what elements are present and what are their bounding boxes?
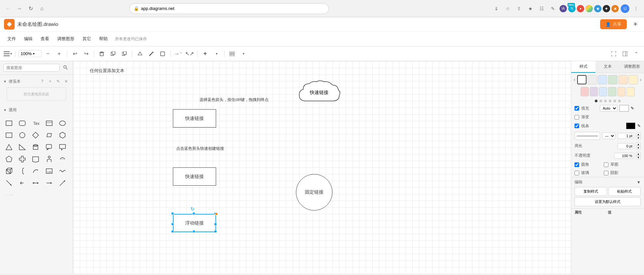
shape-callout[interactable]	[44, 141, 55, 153]
shape-wavy[interactable]	[57, 165, 68, 177]
opacity-down-btn[interactable]: ▼	[636, 156, 641, 159]
shape-arrow-up-right[interactable]	[57, 177, 68, 189]
share-button[interactable]: 👤 共享	[600, 19, 627, 29]
table-dropdown-btn[interactable]: ▾	[238, 49, 248, 59]
fullscreen-btn[interactable]	[609, 49, 619, 59]
node-cloud[interactable]: 快速链接	[296, 78, 342, 108]
handle-tm[interactable]	[193, 212, 195, 215]
ext-color-icon[interactable]	[585, 5, 593, 12]
shape-heading[interactable]	[44, 118, 55, 129]
gradient-checkbox[interactable]	[575, 115, 579, 120]
insert-dropdown-btn[interactable]: ▾	[211, 49, 221, 59]
shape-diag-arrow[interactable]	[3, 177, 15, 189]
shape-cylinder[interactable]	[30, 141, 41, 153]
fill-checkbox[interactable]	[575, 106, 579, 111]
fill-edit-btn[interactable]: ✎	[631, 106, 634, 111]
canvas-content[interactable]: 任何位置添加文本 选择蓝色箭头，按住ctrl键，拖拽到终点 点击蓝色剪头快速创建…	[73, 61, 571, 274]
undo-btn[interactable]: ↩	[70, 49, 80, 59]
opacity-input[interactable]: 100 %	[614, 153, 634, 159]
pen-icon[interactable]: ✎	[548, 4, 558, 13]
perimeter-down-btn[interactable]: ▼	[636, 146, 641, 149]
tab-arrange[interactable]: 调整图形	[620, 61, 644, 73]
stroke-color-btn[interactable]	[146, 49, 156, 59]
node-quick-link-1[interactable]: 快速链接	[173, 109, 216, 128]
handle-bl[interactable]	[171, 230, 174, 233]
handle-br[interactable]	[214, 230, 217, 233]
swatch-orange2[interactable]	[617, 87, 626, 96]
shape-style-btn[interactable]	[158, 49, 168, 59]
shape-rect2[interactable]	[3, 130, 15, 141]
perimeter-stepper[interactable]: ▲ ▼	[636, 142, 641, 149]
star-icon[interactable]: ★	[526, 4, 535, 13]
shape-list-item[interactable]: List	[44, 165, 55, 177]
ext-puzzle-icon[interactable]: ✦	[603, 5, 610, 12]
dot-6[interactable]	[618, 100, 621, 102]
delete-btn[interactable]	[97, 49, 107, 59]
scratchpad-close-btn[interactable]: ✕	[63, 78, 69, 85]
menu-edit[interactable]: 编辑	[21, 35, 36, 43]
shape-cube[interactable]	[3, 165, 15, 177]
stroke-checkbox[interactable]	[575, 124, 579, 128]
paste-style-btn[interactable]: 粘贴样式	[608, 187, 641, 196]
address-bar[interactable]: 🔒 app.diagrams.net	[129, 3, 329, 14]
bookmark-icon[interactable]: ☆	[503, 4, 512, 13]
swatch-white[interactable]	[577, 75, 586, 84]
shape-arrow-right[interactable]	[44, 177, 55, 189]
handle-mr[interactable]	[214, 223, 217, 226]
share-icon[interactable]: ⇧	[514, 4, 524, 13]
search-button[interactable]	[62, 64, 69, 72]
stroke-edit-btn[interactable]: ✎	[637, 124, 641, 128]
swatch-blue[interactable]	[598, 75, 607, 84]
shape-parallelogram[interactable]	[44, 130, 55, 141]
set-default-btn[interactable]: 设置为默认样式	[575, 197, 641, 206]
opacity-up-btn[interactable]: ▲	[636, 152, 641, 155]
stroke-size-input[interactable]	[617, 133, 634, 139]
tab-style[interactable]: 样式	[571, 61, 595, 73]
menu-other[interactable]: 其它	[79, 35, 94, 43]
node-fixed-link[interactable]: 固定链接	[296, 174, 332, 211]
sidebar-toggle-btn[interactable]: ▾	[3, 49, 13, 59]
ext-ia-icon[interactable]: IA	[560, 5, 567, 12]
handle-tl[interactable]	[171, 212, 174, 215]
shape-comment[interactable]	[57, 141, 68, 153]
grid-icon[interactable]: ☷	[537, 4, 546, 13]
shape-cross[interactable]	[17, 153, 28, 165]
connection-style-btn[interactable]: →⁻	[173, 49, 183, 59]
scratchpad-add-btn[interactable]: +	[47, 78, 54, 85]
opacity-stepper[interactable]: ▲ ▼	[636, 152, 641, 159]
stroke-up-btn[interactable]: ▲	[636, 133, 641, 136]
shape-rtriangle[interactable]	[17, 141, 28, 153]
swatch-green2[interactable]	[608, 87, 616, 96]
shape-rounded-rect[interactable]	[17, 118, 28, 129]
next-style-btn[interactable]: ›	[639, 76, 642, 83]
swatch-blue2[interactable]	[599, 87, 607, 96]
menu-help[interactable]: 帮助	[96, 35, 111, 43]
rotate-handle[interactable]: ↻	[190, 207, 195, 211]
stroke-down-btn[interactable]: ▼	[636, 136, 641, 139]
shape-diamond[interactable]	[30, 130, 41, 141]
ext-red-icon[interactable]: ●	[577, 5, 584, 12]
table-btn[interactable]	[227, 49, 237, 59]
ext-blue-icon[interactable]: ◉	[594, 5, 601, 12]
shape-brace[interactable]	[17, 165, 28, 177]
edit-header[interactable]: 编辑 ▼	[575, 179, 641, 185]
shape-ellipse[interactable]	[57, 118, 68, 129]
rounded-checkbox[interactable]	[575, 162, 579, 167]
more-icon[interactable]: ⋮	[631, 4, 641, 13]
swatch-yellow2[interactable]	[626, 87, 635, 96]
dot-4[interactable]	[609, 100, 611, 102]
search-input[interactable]	[3, 64, 60, 72]
zoom-in-btn[interactable]: +	[54, 49, 64, 59]
fill-color-swatch[interactable]	[619, 105, 629, 112]
shape-arc[interactable]	[57, 153, 68, 165]
insert-btn[interactable]: +	[200, 49, 210, 59]
sketch-checkbox[interactable]	[604, 162, 608, 167]
canvas-area[interactable]: 任何位置添加文本 选择蓝色箭头，按住ctrl键，拖拽到终点 点击蓝色剪头快速创建…	[73, 61, 571, 274]
waypoint-btn[interactable]: ↖↗	[185, 49, 194, 59]
swatch-green[interactable]	[608, 75, 617, 84]
zoom-control[interactable]: 100% ▾	[18, 50, 42, 57]
expand-panel-btn[interactable]	[620, 49, 630, 59]
shape-back-arrow[interactable]	[17, 177, 28, 189]
collapse-btn[interactable]: ⌃	[631, 49, 641, 59]
zoom-out-btn[interactable]: −	[43, 49, 53, 59]
